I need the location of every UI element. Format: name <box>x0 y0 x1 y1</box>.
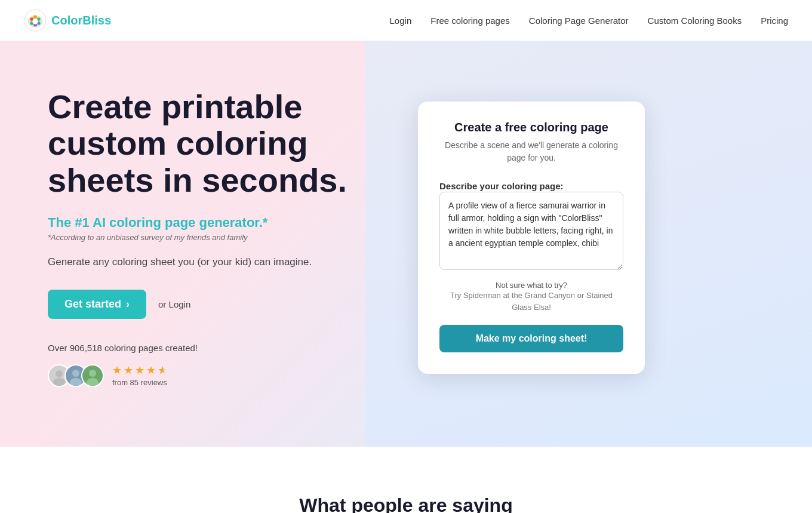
card-hint: Not sure what to try? Try Spiderman at t… <box>439 281 623 313</box>
nav-pricing[interactable]: Pricing <box>761 16 788 26</box>
coloring-card: Create a free coloring page Describe a s… <box>418 102 645 374</box>
star-half: ★ ★ <box>158 364 168 377</box>
hero-description: Generate any coloring sheet you (or your… <box>48 256 382 268</box>
logo-icon <box>24 9 47 32</box>
card-title: Create a free coloring page <box>439 121 623 134</box>
stars-row: ★ ★ ★ ★ ★ ★ <box>112 364 168 377</box>
svg-point-16 <box>89 370 96 377</box>
logo-link[interactable]: ColorBliss <box>24 9 111 32</box>
nav-generator[interactable]: Coloring Page Generator <box>529 16 629 26</box>
make-coloring-sheet-button[interactable]: Make my coloring sheet! <box>439 325 623 352</box>
logo-text: ColorBliss <box>51 14 111 27</box>
hero-cta-row: Get started › or Login <box>48 290 382 319</box>
login-link[interactable]: or Login <box>158 299 190 309</box>
nav-links: Login Free coloring pages Coloring Page … <box>390 16 788 26</box>
review-avatars <box>48 364 104 387</box>
hero-stats: Over 906,518 coloring pages created! <box>48 343 382 353</box>
card-label: Describe your coloring page: <box>439 181 564 191</box>
reviews-title: What people are saying <box>36 494 776 513</box>
card-description: Describe a scene and we'll generate a co… <box>439 139 623 164</box>
hero-title: Create printable custom coloring sheets … <box>48 88 382 199</box>
arrow-icon: › <box>126 298 130 311</box>
star-3: ★ <box>135 364 144 377</box>
avatar-3 <box>81 364 104 387</box>
reviews-section: What people are saying ★ ★ ★ ★ ★ The bes… <box>0 447 812 513</box>
hero-left: Create printable custom coloring sheets … <box>48 88 382 388</box>
nav-login[interactable]: Login <box>390 16 412 26</box>
review-stars-info: ★ ★ ★ ★ ★ ★ from 85 reviews <box>112 364 168 387</box>
hero-reviews: ★ ★ ★ ★ ★ ★ from 85 reviews <box>48 364 382 387</box>
card-hint-text: Try Spiderman at the Grand Canyon or Sta… <box>439 290 623 313</box>
card-hint-title: Not sure what to try? <box>439 281 623 290</box>
nav-free-coloring[interactable]: Free coloring pages <box>430 16 510 26</box>
star-2: ★ <box>124 364 133 377</box>
coloring-description-input[interactable] <box>439 192 623 270</box>
hero-disclaimer: *According to an unbiased survey of my f… <box>48 233 382 242</box>
star-4: ★ <box>146 364 156 377</box>
hero-subtitle: The #1 AI coloring page generator.* <box>48 215 382 231</box>
navbar: ColorBliss Login Free coloring pages Col… <box>0 0 812 41</box>
svg-point-3 <box>33 15 37 19</box>
review-count: from 85 reviews <box>112 378 168 387</box>
svg-point-13 <box>72 370 79 377</box>
hero-section: Create printable custom coloring sheets … <box>0 41 812 447</box>
star-1: ★ <box>112 364 122 377</box>
nav-custom-books[interactable]: Custom Coloring Books <box>648 16 742 26</box>
get-started-button[interactable]: Get started › <box>48 290 146 319</box>
hero-card-wrapper: Create a free coloring page Describe a s… <box>418 102 645 374</box>
svg-point-10 <box>56 370 63 377</box>
svg-point-8 <box>32 19 38 24</box>
